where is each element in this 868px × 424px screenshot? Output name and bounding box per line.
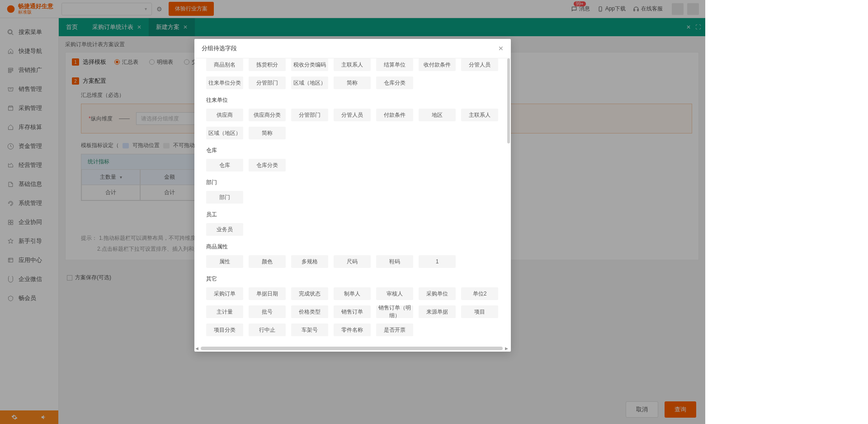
modal-overlay[interactable]: 分组待选字段 ✕ 商品别名拣货积分税收分类编码主联系人结算单位收付款条件分管人员… xyxy=(0,0,705,424)
chip-row: 主计量批号价格类型销售订单销售订单（明细）来源单据项目 xyxy=(206,305,505,318)
field-chip[interactable]: 是否开票 xyxy=(376,324,413,336)
field-chip[interactable]: 销售订单 xyxy=(334,305,371,318)
field-chip[interactable]: 简称 xyxy=(334,76,371,89)
group-title: 其它 xyxy=(206,275,505,283)
field-chip[interactable]: 采购订单 xyxy=(206,287,243,300)
modal-head: 分组待选字段 ✕ xyxy=(194,39,511,58)
field-chip[interactable]: 批号 xyxy=(249,305,286,318)
field-chip[interactable]: 单位2 xyxy=(461,287,498,300)
chip-row: 业务员 xyxy=(206,223,505,236)
field-chip[interactable]: 颜色 xyxy=(249,255,286,268)
chip-row: 商品别名拣货积分税收分类编码主联系人结算单位收付款条件分管人员 xyxy=(206,58,505,71)
scroll-right-icon[interactable]: ▶ xyxy=(505,346,508,351)
field-chip[interactable]: 行中止 xyxy=(249,324,286,336)
close-icon[interactable]: ✕ xyxy=(498,45,504,52)
scroll-left-icon[interactable]: ◀ xyxy=(195,346,198,351)
field-modal: 分组待选字段 ✕ 商品别名拣货积分税收分类编码主联系人结算单位收付款条件分管人员… xyxy=(194,39,511,352)
chip-row: 往来单位分类分管部门区域（地区）简称仓库分类 xyxy=(206,76,505,89)
modal-body: 商品别名拣货积分税收分类编码主联系人结算单位收付款条件分管人员往来单位分类分管部… xyxy=(194,58,511,343)
field-chip[interactable]: 分管部门 xyxy=(249,76,286,89)
chip-row: 供应商供应商分类分管部门分管人员付款条件地区主联系人 xyxy=(206,109,505,121)
field-chip[interactable]: 价格类型 xyxy=(291,305,328,318)
field-chip[interactable]: 仓库分类 xyxy=(376,76,413,89)
modal-scrollbar-x[interactable]: ◀ ▶ xyxy=(194,346,509,351)
field-chip[interactable]: 鞋码 xyxy=(376,255,413,268)
field-chip[interactable]: 主联系人 xyxy=(334,58,371,71)
field-chip[interactable]: 1 xyxy=(419,255,456,268)
field-chip[interactable]: 销售订单（明细） xyxy=(376,305,413,318)
field-chip[interactable]: 供应商 xyxy=(206,109,243,121)
field-chip[interactable]: 属性 xyxy=(206,255,243,268)
field-chip[interactable]: 付款条件 xyxy=(376,109,413,121)
chip-row: 仓库仓库分类 xyxy=(206,159,505,172)
chip-row: 区域（地区）简称 xyxy=(206,127,505,139)
field-chip[interactable]: 审核人 xyxy=(376,287,413,300)
field-chip[interactable]: 分管人员 xyxy=(461,58,498,71)
chip-row: 属性颜色多规格尺码鞋码1 xyxy=(206,255,505,268)
field-chip[interactable]: 来源单据 xyxy=(419,305,456,318)
chip-row: 项目分类行中止车架号零件名称是否开票 xyxy=(206,324,505,336)
chip-row: 部门 xyxy=(206,191,505,204)
field-chip[interactable]: 简称 xyxy=(249,127,286,139)
field-chip[interactable]: 尺码 xyxy=(334,255,371,268)
field-chip[interactable]: 业务员 xyxy=(206,223,243,236)
field-chip[interactable]: 主联系人 xyxy=(461,109,498,121)
field-chip[interactable]: 项目分类 xyxy=(206,324,243,336)
field-chip[interactable]: 零件名称 xyxy=(334,324,371,336)
group-title: 往来单位 xyxy=(206,96,505,104)
chip-row: 采购订单单据日期完成状态制单人审核人采购单位单位2 xyxy=(206,287,505,300)
field-chip[interactable]: 项目 xyxy=(461,305,498,318)
field-chip[interactable]: 分管人员 xyxy=(334,109,371,121)
field-chip[interactable]: 地区 xyxy=(419,109,456,121)
field-chip[interactable]: 采购单位 xyxy=(419,287,456,300)
field-chip[interactable]: 区域（地区） xyxy=(291,76,328,89)
field-chip[interactable]: 税收分类编码 xyxy=(291,58,328,71)
field-chip[interactable]: 仓库分类 xyxy=(249,159,286,172)
field-chip[interactable]: 结算单位 xyxy=(376,58,413,71)
field-chip[interactable]: 商品别名 xyxy=(206,58,243,71)
group-title: 部门 xyxy=(206,179,505,186)
field-chip[interactable]: 分管部门 xyxy=(291,109,328,121)
modal-scrollbar-y[interactable] xyxy=(507,58,510,343)
field-chip[interactable]: 单据日期 xyxy=(249,287,286,300)
group-title: 员工 xyxy=(206,211,505,219)
field-chip[interactable]: 完成状态 xyxy=(291,287,328,300)
field-chip[interactable]: 区域（地区） xyxy=(206,127,243,139)
field-chip[interactable]: 收付款条件 xyxy=(419,58,456,71)
field-chip[interactable]: 多规格 xyxy=(291,255,328,268)
group-title: 仓库 xyxy=(206,147,505,154)
field-chip[interactable]: 主计量 xyxy=(206,305,243,318)
field-chip[interactable]: 仓库 xyxy=(206,159,243,172)
field-chip[interactable]: 供应商分类 xyxy=(249,109,286,121)
modal-title: 分组待选字段 xyxy=(202,44,237,52)
field-chip[interactable]: 拣货积分 xyxy=(249,58,286,71)
field-chip[interactable]: 部门 xyxy=(206,191,243,204)
group-title: 商品属性 xyxy=(206,243,505,251)
field-chip[interactable]: 制单人 xyxy=(334,287,371,300)
field-chip[interactable]: 车架号 xyxy=(291,324,328,336)
field-chip[interactable]: 往来单位分类 xyxy=(206,76,243,89)
